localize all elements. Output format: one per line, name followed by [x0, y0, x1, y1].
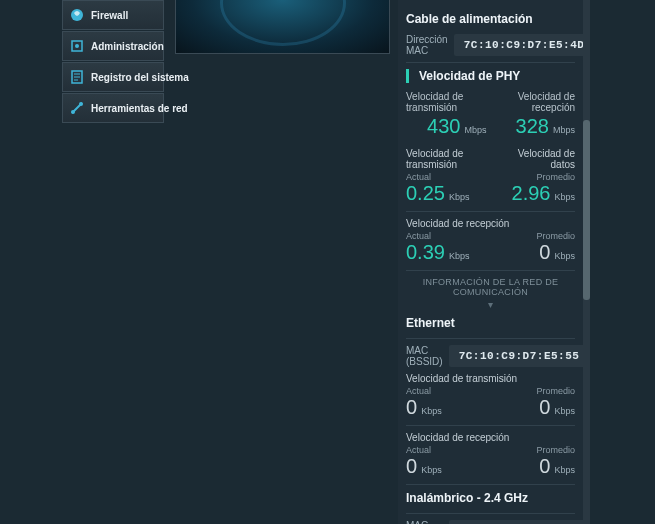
mac-bssid-label: MAC (BSSID): [406, 520, 443, 524]
firewall-icon: [69, 7, 85, 23]
sidebar-item-admin[interactable]: Administración: [62, 31, 164, 61]
nettools-icon: [69, 100, 85, 116]
eth-tx-actual: 0: [406, 396, 417, 419]
eth-rx-title: Velocidad de recepción: [406, 432, 575, 443]
data-speed-label: Velocidad de datos: [502, 148, 575, 170]
sidebar-item-firewall[interactable]: Firewall: [62, 0, 164, 30]
svg-point-2: [75, 44, 79, 48]
section-title-ethernet: Ethernet: [406, 316, 575, 330]
sidebar-item-label: Administración: [91, 41, 164, 52]
divider: [406, 62, 575, 63]
label-promedio: Promedio: [536, 231, 575, 241]
phy-rx-value: 328: [516, 115, 549, 138]
unit-kbps: Kbps: [421, 406, 442, 416]
sidebar-item-nettools[interactable]: Herramientas de red: [62, 93, 164, 123]
unit-kbps: Kbps: [554, 465, 575, 475]
sidebar-item-label: Firewall: [91, 10, 128, 21]
data-tx-title: Velocidad de transmisión: [406, 148, 502, 170]
label-actual: Actual: [406, 445, 431, 455]
unit-kbps: Kbps: [421, 465, 442, 475]
data-rx-title: Velocidad de recepción: [406, 218, 575, 229]
divider: [406, 270, 575, 271]
label-promedio: Promedio: [536, 172, 575, 182]
divider: [406, 513, 575, 514]
unit-kbps: Kbps: [449, 192, 470, 202]
unit-kbps: Kbps: [449, 251, 470, 261]
divider: [406, 425, 575, 426]
sidebar-item-label: Registro del sistema: [91, 72, 189, 83]
unit-kbps: Kbps: [554, 192, 575, 202]
phy-tx-value: 430: [427, 115, 460, 138]
divider: [406, 338, 575, 339]
scrollbar-thumb[interactable]: [583, 120, 590, 300]
sidebar: Firewall Administración Registro del sis…: [62, 0, 164, 124]
unit-mbps: Mbps: [464, 125, 486, 135]
detail-panel: Cable de alimentación Dirección MAC 7C:1…: [398, 0, 583, 524]
com-info-label: INFORMACIÓN DE LA RED DE COMUNICACIÓN: [406, 277, 575, 297]
scrollbar[interactable]: [583, 0, 590, 524]
data-tx-avg: 2.96: [512, 182, 551, 205]
label-promedio: Promedio: [536, 445, 575, 455]
eth-tx-avg: 0: [539, 396, 550, 419]
label-actual: Actual: [406, 231, 431, 241]
svg-point-8: [79, 102, 83, 106]
mac-value-power: 7C:10:C9:D7:E5:4D: [454, 34, 583, 56]
mac-label: Dirección MAC: [406, 34, 448, 56]
sidebar-item-label: Herramientas de red: [91, 103, 188, 114]
unit-mbps: Mbps: [553, 125, 575, 135]
divider: [406, 484, 575, 485]
divider: [406, 211, 575, 212]
data-tx-actual: 0.25: [406, 182, 445, 205]
mac-bssid-label: MAC (BSSID): [406, 345, 443, 367]
phy-tx-label: Velocidad de transmisión: [406, 91, 487, 113]
admin-icon: [69, 38, 85, 54]
syslog-icon: [69, 69, 85, 85]
sidebar-item-syslog[interactable]: Registro del sistema: [62, 62, 164, 92]
eth-tx-title: Velocidad de transmisión: [406, 373, 575, 384]
mac-value-wifi: 7C:10:C9:D7:E5:50: [449, 520, 583, 524]
section-title-power: Cable de alimentación: [406, 12, 575, 26]
chevron-down-icon[interactable]: ▾: [406, 299, 575, 310]
unit-kbps: Kbps: [554, 406, 575, 416]
label-actual: Actual: [406, 172, 431, 182]
label-promedio: Promedio: [536, 386, 575, 396]
phy-rx-label: Velocidad de recepción: [495, 91, 576, 113]
section-title-wifi24: Inalámbrico - 2.4 GHz: [406, 491, 575, 505]
data-rx-avg: 0: [539, 241, 550, 264]
unit-kbps: Kbps: [554, 251, 575, 261]
section-title-phy: Velocidad de PHY: [406, 69, 575, 83]
label-actual: Actual: [406, 386, 431, 396]
svg-point-7: [71, 110, 75, 114]
device-image: [175, 0, 390, 54]
eth-rx-actual: 0: [406, 455, 417, 478]
data-rx-actual: 0.39: [406, 241, 445, 264]
eth-rx-avg: 0: [539, 455, 550, 478]
mac-value-eth: 7C:10:C9:D7:E5:55: [449, 345, 583, 367]
